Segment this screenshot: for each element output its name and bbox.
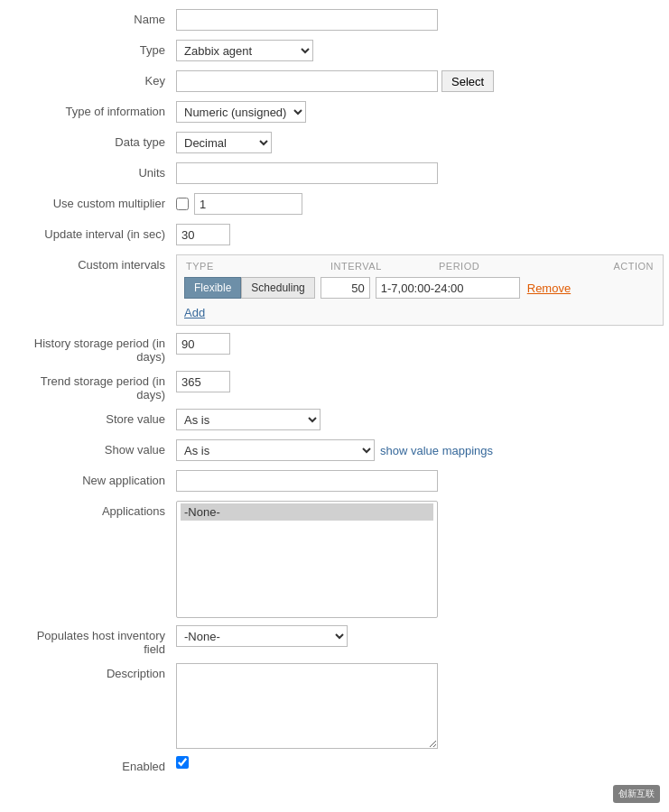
ci-period-input[interactable] (376, 277, 520, 299)
name-input[interactable] (176, 9, 438, 31)
trend-label: Trend storage period (in days) (18, 371, 176, 401)
applications-label: Applications (18, 501, 176, 518)
key-control: Select (176, 70, 651, 92)
scheduling-button[interactable]: Scheduling (241, 277, 314, 299)
key-input[interactable] (176, 70, 438, 92)
trend-input[interactable] (176, 371, 230, 392)
units-row: Units (18, 162, 651, 186)
update-interval-input[interactable] (176, 224, 230, 245)
type-of-info-row: Type of information Numeric (unsigned) N… (18, 101, 651, 125)
ci-row-1: Flexible Scheduling Remove (184, 277, 655, 299)
history-label: History storage period (in days) (18, 333, 176, 364)
ci-type-header: TYPE (186, 261, 330, 272)
description-control (176, 663, 651, 749)
trend-row: Trend storage period (in days) (18, 371, 651, 401)
data-type-label: Data type (18, 132, 176, 149)
flexible-button[interactable]: Flexible (184, 277, 241, 299)
applications-row: Applications -None- (18, 501, 651, 618)
history-control (176, 333, 651, 355)
key-label: Key (18, 70, 176, 88)
multiplier-label: Use custom multiplier (18, 193, 176, 210)
enabled-label: Enabled (18, 756, 176, 773)
applications-listbox[interactable]: -None- (176, 501, 438, 618)
description-row: Description (18, 663, 651, 749)
watermark-logo: 创新互联 (613, 785, 660, 803)
name-label: Name (18, 9, 176, 26)
data-type-control: Decimal Octal Hexadecimal Boolean (176, 132, 651, 153)
history-row: History storage period (in days) (18, 333, 651, 364)
show-value-mappings-link[interactable]: show value mappings (380, 444, 493, 457)
multiplier-control (176, 193, 651, 215)
units-control (176, 162, 651, 184)
data-type-select[interactable]: Decimal Octal Hexadecimal Boolean (176, 132, 272, 153)
enabled-control (176, 756, 651, 769)
type-row: Type Zabbix agent Zabbix agent (active) … (18, 40, 651, 63)
ci-remove-button[interactable]: Remove (527, 281, 571, 295)
type-label: Type (18, 40, 176, 57)
new-application-label: New application (18, 470, 176, 487)
populates-select[interactable]: -None- (176, 625, 348, 647)
update-interval-control (176, 224, 651, 245)
update-interval-row: Update interval (in sec) (18, 224, 651, 247)
custom-intervals-box: TYPE INTERVAL PERIOD ACTION Flexible Sch… (176, 254, 664, 326)
type-select[interactable]: Zabbix agent Zabbix agent (active) Simpl… (176, 40, 313, 61)
ci-interval-header: INTERVAL (330, 261, 439, 272)
show-value-label: Show value (18, 439, 176, 457)
store-value-select[interactable]: As is Delta (speed per second) Delta (si… (176, 409, 321, 430)
data-type-row: Data type Decimal Octal Hexadecimal Bool… (18, 132, 651, 155)
key-row: Key Select (18, 70, 651, 94)
name-control (176, 9, 651, 31)
new-application-input[interactable] (176, 470, 438, 492)
show-value-row: Show value As is show value mappings (18, 439, 651, 463)
name-row: Name (18, 9, 651, 32)
units-label: Units (18, 162, 176, 180)
multiplier-value-input[interactable] (194, 193, 302, 215)
custom-intervals-control: TYPE INTERVAL PERIOD ACTION Flexible Sch… (176, 254, 664, 326)
show-value-select[interactable]: As is (176, 439, 375, 461)
enabled-row: Enabled (18, 756, 651, 780)
store-value-control: As is Delta (speed per second) Delta (si… (176, 409, 651, 430)
ci-add-button[interactable]: Add (184, 306, 205, 319)
type-of-info-control: Numeric (unsigned) Numeric (float) Chara… (176, 101, 651, 123)
custom-intervals-label: Custom intervals (18, 254, 176, 272)
description-label: Description (18, 663, 176, 680)
store-value-label: Store value (18, 409, 176, 426)
new-application-control (176, 470, 651, 492)
update-interval-label: Update interval (in sec) (18, 224, 176, 241)
ci-header: TYPE INTERVAL PERIOD ACTION (184, 261, 655, 272)
key-select-button[interactable]: Select (441, 70, 494, 92)
show-value-control: As is show value mappings (176, 439, 651, 461)
history-input[interactable] (176, 333, 230, 355)
trend-control (176, 371, 651, 392)
description-textarea[interactable] (176, 663, 438, 749)
custom-intervals-row: Custom intervals TYPE INTERVAL PERIOD AC… (18, 254, 651, 326)
ci-period-header: PERIOD (439, 261, 601, 272)
ci-action-header: ACTION (601, 261, 654, 272)
store-value-row: Store value As is Delta (speed per secon… (18, 409, 651, 432)
new-application-row: New application (18, 470, 651, 494)
ci-interval-input[interactable] (321, 277, 370, 299)
type-of-info-label: Type of information (18, 101, 176, 118)
populates-row: Populates host inventory field -None- (18, 625, 651, 656)
enabled-checkbox[interactable] (176, 756, 189, 769)
multiplier-checkbox[interactable] (176, 198, 189, 210)
populates-label: Populates host inventory field (18, 625, 176, 656)
multiplier-row: Use custom multiplier (18, 193, 651, 217)
type-control: Zabbix agent Zabbix agent (active) Simpl… (176, 40, 651, 61)
type-of-info-select[interactable]: Numeric (unsigned) Numeric (float) Chara… (176, 101, 306, 123)
applications-control: -None- (176, 501, 651, 618)
populates-control: -None- (176, 625, 651, 647)
units-input[interactable] (176, 162, 438, 184)
